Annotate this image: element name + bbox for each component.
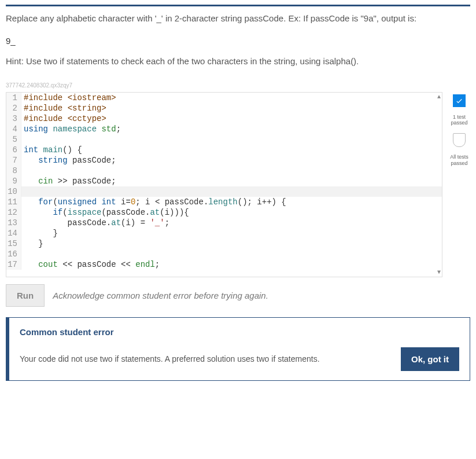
run-row: Run Acknowledge common student error bef… [6,284,470,307]
line-number: 15 [6,238,21,249]
code-line[interactable]: 10 [6,186,442,197]
line-number: 5 [6,134,21,145]
code-line[interactable]: 16 [6,249,442,259]
code-cell[interactable]: #include <cctype> [21,113,106,124]
code-line[interactable]: 1#include <iostream> [6,93,442,103]
test-passed-label: 1 test passed [448,114,470,127]
code-cell[interactable] [21,166,24,176]
line-number: 16 [6,249,21,259]
line-number: 6 [6,145,21,155]
code-cell[interactable]: int main() { [21,145,82,155]
line-number: 4 [6,124,21,134]
code-line[interactable]: 17 cout << passCode << endl; [6,259,442,270]
line-number: 3 [6,113,21,124]
code-line[interactable]: 4using namespace std; [6,124,442,134]
run-button[interactable]: Run [6,284,45,307]
line-number: 10 [6,186,21,197]
example-output: 9_ [6,36,470,46]
code-cell[interactable]: string passCode; [21,155,116,166]
code-cell[interactable]: } [21,238,43,249]
code-cell[interactable]: passCode.at(i) = '_'; [21,218,169,228]
code-line[interactable]: 6int main() { [6,145,442,155]
common-error-panel: Common student error Your code did not u… [6,317,470,381]
line-number: 9 [6,176,21,186]
code-line[interactable]: 14 } [6,228,442,238]
line-number: 17 [6,259,21,270]
code-cell[interactable]: if(isspace(passCode.at(i))){ [21,207,189,218]
error-panel-title: Common student error [20,327,459,337]
code-line[interactable]: 9 cin >> passCode; [6,176,442,186]
code-line[interactable]: 8 [6,166,442,176]
code-scroll[interactable]: 1#include <iostream>2#include <string>3#… [6,93,442,277]
code-cell[interactable] [21,186,28,197]
line-number: 8 [6,166,21,176]
line-number: 11 [6,197,21,207]
code-line[interactable]: 13 passCode.at(i) = '_'; [6,218,442,228]
code-line[interactable]: 7 string passCode; [6,155,442,166]
code-line[interactable]: 3#include <cctype> [6,113,442,124]
code-cell[interactable]: } [21,228,58,238]
code-cell[interactable] [21,134,24,145]
challenge-id: 377742.2408302.qx3zqy7 [6,82,470,89]
code-line[interactable]: 15 } [6,238,442,249]
ok-got-it-button[interactable]: Ok, got it [401,347,459,371]
code-line[interactable]: 12 if(isspace(passCode.at(i))){ [6,207,442,218]
scroll-up-icon[interactable]: ▲ [437,94,441,100]
line-number: 2 [6,103,21,113]
code-cell[interactable]: using namespace std; [21,124,121,134]
code-cell[interactable]: #include <iostream> [21,93,116,103]
code-cell[interactable]: cin >> passCode; [21,176,116,186]
status-column: 1 test passed All tests passed [448,92,470,277]
test-passed-check-icon [453,94,466,107]
prompt-instruction: Replace any alphabetic character with '_… [6,12,470,25]
line-number: 7 [6,155,21,166]
prompt-hint: Hint: Use two if statements to check eac… [6,56,470,66]
line-number: 12 [6,207,21,218]
code-editor[interactable]: ▲ 1#include <iostream>2#include <string>… [6,92,442,277]
all-tests-label: All tests passed [448,154,470,167]
top-accent-border [6,5,470,6]
line-number: 1 [6,93,21,103]
line-number: 14 [6,228,21,238]
code-line[interactable]: 11 for(unsigned int i=0; i < passCode.le… [6,197,442,207]
code-cell[interactable]: #include <string> [21,103,106,113]
error-panel-message: Your code did not use two if statements.… [20,354,320,363]
code-line[interactable]: 5 [6,134,442,145]
code-line[interactable]: 2#include <string> [6,103,442,113]
scroll-down-icon[interactable]: ▼ [437,269,441,276]
code-cell[interactable] [21,249,24,259]
line-number: 13 [6,218,21,228]
editor-wrap: ▲ 1#include <iostream>2#include <string>… [6,92,470,277]
all-tests-shield-icon [453,133,466,147]
code-cell[interactable]: cout << passCode << endl; [21,259,160,270]
ack-message: Acknowledge common student error before … [53,291,268,300]
code-cell[interactable]: for(unsigned int i=0; i < passCode.lengt… [21,197,286,207]
